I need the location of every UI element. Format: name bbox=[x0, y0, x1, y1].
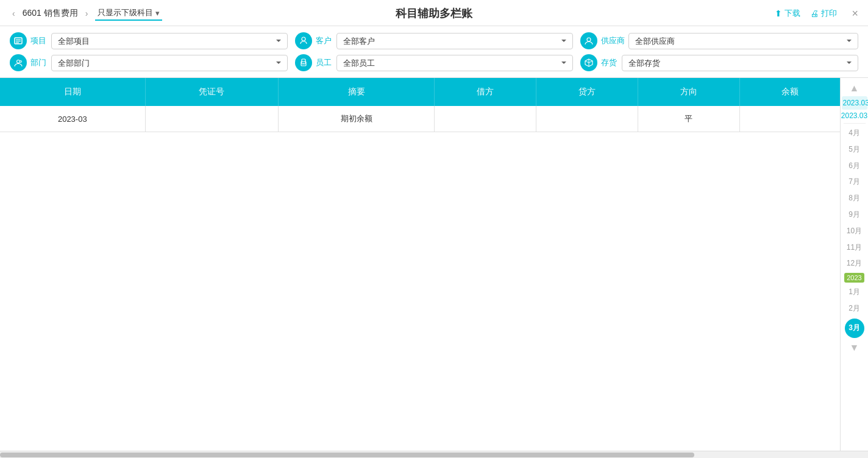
title-bar-left: ‹ 6601 销售费用 › 只显示下级科目 ▾ bbox=[10, 6, 162, 21]
col-credit: 贷方 bbox=[536, 78, 638, 106]
dept-label: 部门 bbox=[30, 57, 48, 68]
show-sub-label: 只显示下级科目 bbox=[98, 7, 153, 18]
horizontal-scrollbar[interactable] bbox=[0, 451, 868, 458]
nav-next-button[interactable]: › bbox=[83, 7, 91, 19]
col-debit: 借方 bbox=[435, 78, 536, 106]
sidebar-month-4[interactable]: 4月 bbox=[841, 125, 868, 141]
title-bar-right: ⬆ 下载 🖨 打印 × bbox=[775, 7, 858, 20]
employee-select[interactable]: 全部员工 bbox=[336, 55, 573, 71]
svg-rect-4 bbox=[302, 37, 305, 41]
filter-bar: 项目 全部项目 客户 全部客户 供应商 全部供 bbox=[0, 26, 868, 78]
cell-5: 平 bbox=[638, 106, 739, 132]
cell-0: 2023-03 bbox=[0, 106, 145, 132]
show-sub-dropdown[interactable]: 只显示下级科目 ▾ bbox=[95, 6, 162, 21]
sidebar-month-2[interactable]: 2月 bbox=[841, 300, 868, 317]
project-label: 项目 bbox=[30, 35, 48, 46]
table-header-row: 日期 凭证号 摘要 借方 贷方 方向 余额 bbox=[0, 78, 840, 106]
customer-icon bbox=[295, 32, 312, 49]
supplier-select[interactable]: 全部供应商 bbox=[628, 33, 858, 49]
col-balance: 余额 bbox=[739, 78, 840, 106]
filter-item-employee: 员工 全部员工 bbox=[295, 54, 573, 71]
sidebar-month-11[interactable]: 11月 bbox=[841, 239, 868, 256]
cell-4 bbox=[536, 106, 638, 132]
title-bar: ‹ 6601 销售费用 › 只显示下级科目 ▾ 科目辅助多栏账 ⬆ 下载 🖨 打… bbox=[0, 0, 868, 26]
cell-1 bbox=[145, 106, 279, 132]
print-label: 打印 bbox=[821, 8, 837, 19]
col-direction: 方向 bbox=[638, 78, 739, 106]
cell-3 bbox=[435, 106, 536, 132]
supplier-label: 供应商 bbox=[601, 35, 625, 46]
download-label: 下载 bbox=[784, 8, 800, 19]
main-window: ‹ 6601 销售费用 › 只显示下级科目 ▾ 科目辅助多栏账 ⬆ 下载 🖨 打… bbox=[0, 0, 868, 458]
col-voucher: 凭证号 bbox=[145, 78, 279, 106]
sidebar-month-10[interactable]: 10月 bbox=[841, 223, 868, 239]
employee-label: 员工 bbox=[316, 57, 333, 68]
sidebar-month-8[interactable]: 8月 bbox=[841, 190, 868, 206]
sidebar-up-arrow[interactable]: ▲ bbox=[847, 80, 862, 96]
download-button[interactable]: ⬆ 下载 bbox=[775, 8, 800, 19]
inventory-icon bbox=[580, 54, 597, 71]
content-area: 日期 凭证号 摘要 借方 贷方 方向 余额 2023-03期初余额平 ▲ 202… bbox=[0, 78, 868, 451]
sidebar-down-arrow[interactable]: ▼ bbox=[847, 340, 862, 356]
sidebar-divider bbox=[844, 123, 866, 124]
col-date: 日期 bbox=[0, 78, 145, 106]
svg-point-5 bbox=[587, 38, 591, 41]
customer-label: 客户 bbox=[316, 35, 333, 46]
print-button[interactable]: 🖨 打印 bbox=[810, 8, 837, 19]
main-content: 日期 凭证号 摘要 借方 贷方 方向 余额 2023-03期初余额平 bbox=[0, 78, 840, 451]
sidebar-month-1[interactable]: 1月 bbox=[841, 284, 868, 300]
filter-item-inventory: 存货 全部存货 bbox=[580, 54, 858, 71]
chevron-down-icon: ▾ bbox=[155, 9, 160, 18]
filter-item-dept: 部门 全部部门 bbox=[10, 54, 288, 71]
sidebar-month-6[interactable]: 6月 bbox=[841, 158, 868, 174]
data-table: 日期 凭证号 摘要 借方 贷方 方向 余额 2023-03期初余额平 bbox=[0, 78, 840, 132]
filter-item-supplier: 供应商 全部供应商 bbox=[580, 32, 858, 49]
close-button[interactable]: × bbox=[852, 7, 858, 20]
sidebar-month-7[interactable]: 7月 bbox=[841, 174, 868, 190]
filter-row-1: 项目 全部项目 客户 全部客户 供应商 全部供 bbox=[10, 32, 858, 49]
filter-row-2: 部门 全部部门 员工 全部员工 存货 全部存货 bbox=[10, 54, 858, 71]
right-sidebar: ▲ 2023.03 2023.03 4月 5月 6月 7月 8月 9月 10月 … bbox=[840, 78, 868, 451]
project-icon bbox=[10, 32, 27, 49]
sidebar-selected-1[interactable]: 2023.03 bbox=[842, 96, 867, 110]
page-title: 科目辅助多栏账 bbox=[396, 6, 472, 21]
supplier-icon bbox=[580, 32, 597, 49]
sidebar-month-3-active[interactable]: 3月 bbox=[845, 319, 864, 338]
employee-icon bbox=[295, 54, 312, 71]
download-icon: ⬆ bbox=[775, 9, 782, 18]
print-icon: 🖨 bbox=[810, 9, 819, 18]
scrollbar-thumb bbox=[0, 453, 694, 457]
sidebar-month-12[interactable]: 12月 bbox=[841, 255, 868, 272]
table-row: 2023-03期初余额平 bbox=[0, 106, 840, 132]
nav-prev-button[interactable]: ‹ bbox=[10, 7, 18, 19]
inventory-select[interactable]: 全部存货 bbox=[622, 55, 858, 71]
svg-point-7 bbox=[20, 61, 22, 63]
year-badge: 2023 bbox=[844, 273, 864, 283]
inventory-label: 存货 bbox=[601, 57, 618, 68]
customer-select[interactable]: 全部客户 bbox=[336, 33, 573, 49]
sidebar-month-5[interactable]: 5月 bbox=[841, 141, 868, 158]
project-select[interactable]: 全部项目 bbox=[51, 33, 288, 49]
account-code: 6601 销售费用 bbox=[23, 8, 78, 19]
filter-item-customer: 客户 全部客户 bbox=[295, 32, 573, 49]
sidebar-selected-2[interactable]: 2023.03 bbox=[840, 110, 868, 122]
svg-point-6 bbox=[17, 60, 20, 63]
dept-icon bbox=[10, 54, 27, 71]
cell-6 bbox=[739, 106, 840, 132]
filter-item-project: 项目 全部项目 bbox=[10, 32, 288, 49]
dept-select[interactable]: 全部部门 bbox=[51, 55, 288, 71]
cell-2: 期初余额 bbox=[279, 106, 435, 132]
sidebar-month-9[interactable]: 9月 bbox=[841, 206, 868, 223]
col-summary: 摘要 bbox=[279, 78, 435, 106]
